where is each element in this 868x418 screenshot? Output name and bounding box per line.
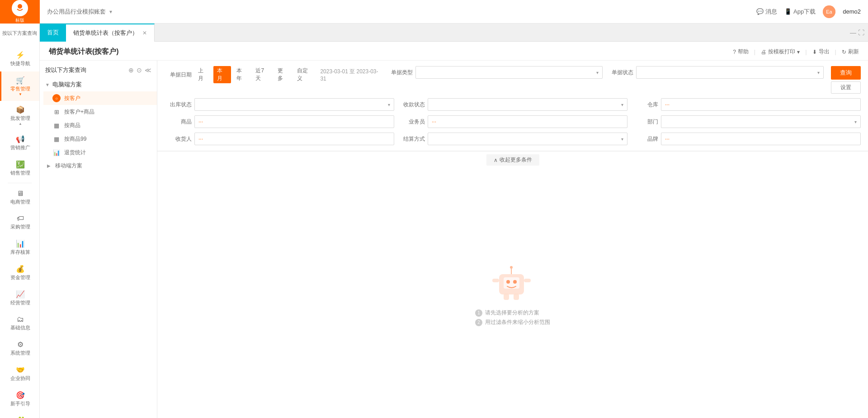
left-panel-title: 按以下方案查询: [45, 66, 86, 74]
department-select[interactable]: ▾: [661, 115, 861, 128]
brand-select[interactable]: ···: [661, 133, 861, 145]
bill-status-select[interactable]: ▾: [636, 66, 824, 79]
search-button[interactable]: 查询: [831, 66, 861, 80]
collapse-arrow-icon: ∧: [494, 157, 498, 163]
out-status-select[interactable]: ▾: [194, 98, 394, 111]
tab-maximize-icon[interactable]: ⛶: [858, 29, 864, 36]
svg-rect-2: [504, 277, 519, 289]
main-area: 办公用品行业模拟账套 ▾ 💬 消息 📱 App下载 demo2: [40, 0, 868, 418]
goods-label: 商品: [165, 118, 192, 126]
filter-receipt-status-section: 收款状态 ▾: [398, 98, 627, 111]
sidebar-search[interactable]: 按以下方案查询: [0, 24, 39, 43]
out-status-label: 出库状态: [165, 101, 192, 109]
date-btn-more[interactable]: 更多: [274, 66, 291, 83]
sidebar-item-finance[interactable]: 💰 资金管理: [0, 260, 39, 285]
sidebar-item-apps[interactable]: 🧩 应用中心: [0, 412, 39, 418]
shortcut-icon: ⚡: [16, 51, 25, 59]
scheme-item-by-goods-99[interactable]: ▦ 按商品99: [43, 132, 157, 146]
retail-expand-icon: ▼: [19, 92, 22, 96]
scheme-item-by-customer[interactable]: ○ 按客户: [43, 91, 157, 105]
settings-button[interactable]: 设置: [831, 81, 861, 94]
right-panel: 单据日期 上月 本月 本年 近7天 更多 自定义 2023-03-01 至 20…: [157, 61, 868, 418]
sidebar-item-sales[interactable]: 💹 销售管理: [0, 156, 39, 181]
scheme-item-refund-stats[interactable]: 📊 退货统计: [43, 146, 157, 159]
add-scheme-icon[interactable]: ⊕: [128, 66, 134, 74]
svg-point-6: [510, 266, 513, 269]
scheme-item-by-customer-goods[interactable]: ⊞ 按客户+商品: [43, 105, 157, 119]
action-divider-2: |: [805, 48, 807, 55]
collapse-panel-icon[interactable]: ≪: [145, 66, 151, 74]
sidebar-item-shortcut[interactable]: ⚡ 快捷导航: [0, 46, 39, 71]
ecommerce-icon: 🖥: [17, 190, 24, 198]
breadcrumb-dropdown-icon[interactable]: ▾: [109, 9, 112, 15]
username-label[interactable]: demo2: [843, 8, 861, 15]
date-btn-this-year[interactable]: 本年: [233, 66, 250, 83]
mobile-group-name: 移动端方案: [55, 162, 82, 170]
message-btn[interactable]: 💬 消息: [756, 8, 777, 16]
settings-scheme-icon[interactable]: ⊙: [137, 66, 142, 74]
receipt-status-select[interactable]: ▾: [428, 98, 627, 111]
action-divider-1: |: [754, 48, 755, 55]
sidebar-item-retail[interactable]: 🛒 零售管理 ▼: [0, 71, 39, 101]
brand-select-text: ···: [665, 136, 670, 142]
tab-close-icon[interactable]: ✕: [142, 30, 147, 36]
print-dropdown-icon[interactable]: ▾: [797, 49, 800, 55]
sidebar-item-ecommerce[interactable]: 🖥 电商管理: [0, 185, 39, 210]
pc-group-name: 电脑端方案: [52, 81, 82, 89]
refresh-btn[interactable]: ↻ 刷新: [842, 48, 859, 56]
export-btn[interactable]: ⬇ 导出: [812, 48, 830, 56]
search-menu-label[interactable]: 按以下方案查询: [2, 27, 37, 39]
filter-brand-section: 品牌 ···: [631, 133, 861, 145]
sidebar-item-basics[interactable]: 🗂 基础信息: [0, 311, 39, 336]
collapse-btn[interactable]: ∧ 收起更多条件: [486, 154, 539, 166]
scheme-group-pc: ▼ 电脑端方案 ○ 按客户: [40, 78, 157, 159]
wholesale-expand-icon: ▲: [19, 122, 22, 126]
date-btn-custom[interactable]: 自定义: [293, 66, 316, 83]
avatar: [823, 5, 835, 18]
app-subtitle: 标版: [15, 17, 24, 24]
by-customer-icon: ○: [52, 94, 61, 102]
tab-home[interactable]: 首页: [40, 24, 66, 42]
scheme-item-by-goods[interactable]: ▦ 按商品: [43, 119, 157, 132]
receipt-status-arrow-icon: ▾: [621, 102, 623, 107]
content-area: 销货单统计表(按客户) ? 帮助 | 🖨 按模板打印 ▾ | ⬇: [40, 42, 868, 418]
sidebar-item-system[interactable]: ⚙ 系统管理: [0, 336, 39, 361]
warehouse-select[interactable]: ···: [661, 98, 861, 111]
consignee-select[interactable]: ···: [194, 133, 394, 145]
sidebar-item-cooperation[interactable]: 🤝 企业协同: [0, 361, 39, 386]
retail-icon: 🛒: [16, 76, 25, 85]
cooperation-icon: 🤝: [16, 366, 25, 374]
export-label: 导出: [819, 48, 830, 56]
by-goods-99-label: 按商品99: [64, 135, 86, 143]
goods-select[interactable]: ···: [194, 115, 394, 128]
sidebar-item-purchase[interactable]: 🏷 采购管理: [0, 210, 39, 235]
tab-minimize-icon[interactable]: —: [850, 29, 856, 36]
sidebar-item-marketing[interactable]: 📢 营销推广: [0, 130, 39, 156]
bill-type-select[interactable]: ▾: [415, 66, 603, 79]
date-btn-this-month[interactable]: 本月: [213, 66, 231, 83]
sidebar-item-wholesale[interactable]: 📦 批发管理 ▲: [0, 101, 39, 130]
print-btn[interactable]: 🖨 按模板打印 ▾: [761, 48, 800, 56]
salesman-select[interactable]: ···: [428, 115, 627, 128]
filter-department-section: 部门 ▾: [631, 115, 861, 128]
payment-arrow-icon: ▾: [621, 137, 623, 142]
by-customer-goods-label: 按客户+商品: [64, 108, 94, 116]
sidebar-item-newbie[interactable]: 🎯 新手引导: [0, 386, 39, 412]
empty-tips: 1 请先选择要分析的方案 2 用过滤条件来缩小分析范围: [475, 309, 550, 328]
svg-rect-7: [492, 279, 499, 282]
scheme-group-mobile-header[interactable]: ▶ 移动端方案: [40, 159, 157, 172]
inventory-icon: 📊: [16, 239, 25, 248]
scheme-group-pc-header[interactable]: ▼ 电脑端方案: [40, 78, 157, 91]
salesman-label: 业务员: [398, 118, 425, 126]
scheme-items-pc: ○ 按客户 ⊞ 按客户+商品: [40, 91, 157, 159]
sidebar-item-operations[interactable]: 📈 经营管理: [0, 285, 39, 311]
tab-sales-stats[interactable]: 销货单统计表（按客户） ✕: [66, 24, 155, 42]
date-btn-last-month[interactable]: 上月: [194, 66, 212, 83]
payment-select[interactable]: ▾: [428, 133, 627, 145]
app-download-btn[interactable]: 📱 App下载: [784, 8, 816, 16]
sidebar-item-inventory[interactable]: 📊 库存核算: [0, 235, 39, 260]
date-btn-last-7-days[interactable]: 近7天: [252, 66, 272, 83]
header-right: 💬 消息 📱 App下载 demo2: [756, 5, 861, 18]
filter-row-2: 出库状态 ▾ 收款状态 ▾: [165, 98, 861, 111]
help-btn[interactable]: ? 帮助: [733, 48, 749, 56]
